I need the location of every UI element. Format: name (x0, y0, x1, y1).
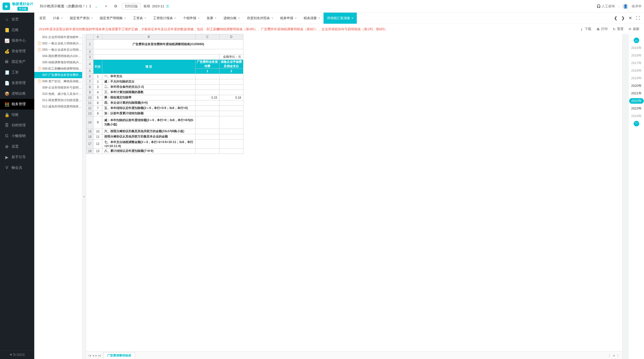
cell-d[interactable] (219, 134, 243, 139)
year-2017年[interactable]: 2017年 (631, 60, 642, 66)
tab-scroll-right-icon[interactable]: ❯ (621, 16, 625, 20)
cell-c[interactable] (196, 79, 219, 84)
tab-1[interactable]: 计表 × (49, 13, 66, 24)
sheet-last-icon[interactable]: ▸| (99, 354, 101, 357)
sidebar-item-5[interactable]: 🧾工资 (0, 67, 34, 78)
tab-3[interactable]: 固定资产明细账 × (96, 13, 130, 24)
ledger-dropdown-icon[interactable]: ⌄ (95, 4, 98, 8)
cell-c[interactable] (196, 134, 219, 139)
consult-link[interactable]: 🎧 人工咨询 (597, 4, 615, 9)
tree-collapser[interactable]: « (82, 34, 86, 359)
switch-old-button[interactable]: 切到旧版 (122, 3, 141, 10)
year-2023年[interactable]: 2023年 (631, 106, 642, 111)
tab-2[interactable]: 固定资产类别 × (66, 13, 96, 24)
cell-d[interactable]: 0.18 (219, 95, 243, 100)
year-2022年[interactable]: 2022年 (629, 98, 644, 104)
sidebar-item-3[interactable]: 💰资金管理 (0, 46, 34, 57)
tab-6[interactable]: 个税申报 × (180, 13, 203, 24)
period-value[interactable]: 2023-11 (152, 4, 164, 8)
tree-item-11[interactable]: 012-减免所得税优惠明细表(… (34, 103, 82, 110)
tab-12[interactable]: 所得税汇算清缴 × (324, 13, 357, 24)
fullscreen-icon[interactable]: ⛶ (636, 16, 640, 20)
year-2024年[interactable]: 2024年 (631, 113, 642, 119)
add-icon[interactable]: ＋ (103, 3, 109, 10)
cell-c[interactable]: 0.15 (196, 95, 219, 100)
cell-d[interactable] (219, 74, 243, 79)
col-A[interactable]: A (93, 34, 102, 39)
sidebar-item-1[interactable]: 📒总账 (0, 25, 34, 35)
col-D[interactable]: D (219, 34, 243, 39)
user-name[interactable]: 徐泽华 (632, 4, 641, 9)
tree-item-8[interactable]: 009-企业所得税弥补亏损明… (34, 85, 82, 91)
tab-close-x[interactable]: × (295, 16, 297, 20)
sheet-more-icon[interactable]: ⋮ ◂ ⋮ (608, 354, 620, 357)
cell-d[interactable] (219, 84, 243, 90)
cell-d[interactable] (219, 116, 243, 129)
help-icon[interactable]: ? (38, 67, 41, 70)
sidebar-item-12[interactable]: ⚙设置 (0, 141, 34, 152)
print-button[interactable]: 🖶 打印 (596, 27, 608, 31)
tree-item-5[interactable]: ?006-职工薪酬纳税调整明细… (34, 66, 82, 72)
tab-7[interactable]: 发票 × (203, 13, 220, 24)
sidebar-item-4[interactable]: 🏛固定资产 (0, 57, 34, 67)
sidebar-item-9[interactable]: 🔒结账 (0, 109, 34, 120)
cell-c[interactable] (196, 116, 219, 129)
cell-c[interactable] (196, 139, 219, 148)
cell-d[interactable] (219, 111, 243, 116)
tab-close-x[interactable]: × (198, 16, 200, 20)
year-2018年[interactable]: 2018年 (631, 68, 642, 73)
tree-item-1[interactable]: ?002-一般企业收入明细表(A1… (34, 40, 82, 47)
sidebar-item-10[interactable]: 🗄归档管理 (0, 120, 34, 131)
sidebar-pin[interactable]: ◀ 取消固定 (0, 350, 34, 359)
cell-c[interactable] (196, 148, 219, 154)
cell-c[interactable] (196, 111, 219, 116)
cell-d[interactable] (219, 90, 243, 95)
year-2016年[interactable]: 2016年 (631, 53, 642, 58)
tree-item-6[interactable]: 007-广告费和业务宣传费跨… (34, 72, 82, 78)
tab-11[interactable]: 税表清册 × (300, 13, 324, 24)
tab-close-x[interactable]: × (318, 16, 320, 20)
tab-9[interactable]: 存货别名对照表 × (243, 13, 277, 24)
tree-item-10[interactable]: 011-研发费用加计扣除优惠… (34, 97, 82, 103)
cell-d[interactable] (219, 100, 243, 105)
tree-item-4[interactable]: 005-纳税调整项目明细表(A1… (34, 59, 82, 66)
col-B[interactable]: B (102, 34, 196, 39)
tree-item-9[interactable]: 010-免税、减计收入及加计… (34, 91, 82, 97)
sidebar-item-14[interactable]: V畅会员 (0, 162, 34, 173)
sheet-prev-icon[interactable]: ◂ (92, 354, 94, 357)
cell-c[interactable] (196, 129, 219, 134)
sidebar-item-13[interactable]: ▶新手引导 (0, 152, 34, 162)
tab-0[interactable]: 首页 (36, 13, 49, 24)
tab-close-x[interactable]: × (144, 16, 146, 20)
tab-close-x[interactable]: × (351, 16, 353, 20)
tab-close-x[interactable]: × (124, 16, 126, 20)
col-C[interactable]: C (196, 34, 219, 39)
cell-d[interactable] (219, 139, 243, 148)
cell-d[interactable] (219, 148, 243, 154)
year-2015年[interactable]: 2015年 (631, 45, 642, 51)
tab-4[interactable]: 工资表 × (130, 13, 150, 24)
tab-close-x[interactable]: × (91, 16, 93, 20)
sheet-first-icon[interactable]: |◂ (89, 354, 91, 357)
cell-c[interactable] (196, 100, 219, 105)
cell-c[interactable] (196, 74, 219, 79)
help-icon[interactable]: ? (38, 48, 41, 51)
tab-close-x[interactable]: × (61, 16, 63, 20)
cell-d[interactable] (219, 105, 243, 111)
tab-scroll-left-icon[interactable]: ❮ (614, 16, 617, 20)
cell-d[interactable] (219, 129, 243, 134)
sidebar-item-8[interactable]: 🧮税务管理 (0, 99, 34, 109)
tab-10[interactable]: 税务申报 × (277, 13, 300, 24)
year-2019年[interactable]: 2019年 (631, 75, 642, 81)
tab-8[interactable]: 进销台账 × (220, 13, 243, 24)
tree-item-7[interactable]: ?008-资产折旧、摊销及纳税… (34, 78, 82, 85)
refresh-button[interactable]: ⟳ 刷新 (629, 27, 639, 31)
sidebar-item-11[interactable]: G小畅报销 (0, 131, 34, 141)
reset-button[interactable]: ↻ 重置 (613, 27, 624, 31)
tab-5[interactable]: 工资统计报表 × (150, 13, 180, 24)
tab-close-icon[interactable]: ✕ (629, 16, 632, 20)
sidebar-item-0[interactable]: ⌂首页 (0, 14, 34, 25)
sidebar-item-2[interactable]: 📈报表中心 (0, 35, 34, 46)
tree-item-2[interactable]: ?003-一般企业成本支出明细… (34, 47, 82, 53)
logo[interactable]: ⊕ 畅捷通好会计 专业版 (3, 2, 37, 11)
